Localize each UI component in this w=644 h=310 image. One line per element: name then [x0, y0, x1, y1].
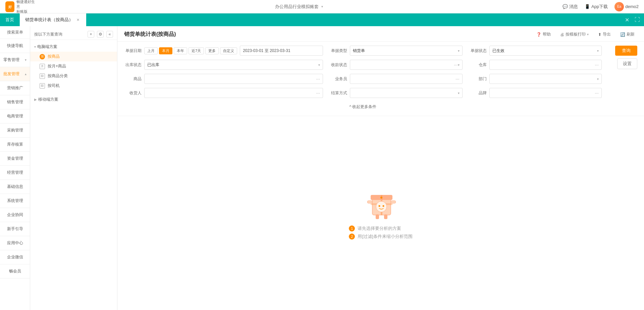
sidebar-item-inventory[interactable]: 库存核算: [0, 138, 30, 152]
tab-home[interactable]: 首页: [0, 13, 20, 26]
mobile-scheme-group-header[interactable]: ▶ 移动端方案: [30, 95, 117, 104]
product-dots: ···: [316, 76, 320, 82]
tab-report-label: 销货单统计表（按商品）: [25, 17, 73, 23]
sidebar-item-marketing[interactable]: 营销推广: [0, 81, 30, 95]
sidebar-item-search-menu[interactable]: 搜索菜单: [0, 26, 30, 39]
brand-label: 品牌: [469, 90, 489, 96]
sidebar-item-retail-mgmt[interactable]: 零售管理 ▾: [0, 53, 30, 67]
salesperson-control[interactable]: ···: [350, 74, 462, 84]
payment-status-control[interactable]: ··· ▾: [350, 60, 462, 70]
doc-status-control[interactable]: 已生效 ▾: [489, 46, 602, 56]
doc-type-control[interactable]: 销货单 ▾: [350, 46, 462, 56]
date-range-input[interactable]: 2023-03-01 至 2023-03-31: [240, 46, 323, 56]
print-template-btn[interactable]: 🖨 按模板打印 ▾: [557, 30, 591, 39]
pc-scheme-group: ▾ 电脑端方案 按 按商品 月 按月+商品 囧 按商品分类: [30, 40, 117, 93]
product-control[interactable]: ···: [144, 74, 323, 84]
sidebar-item-basic-info[interactable]: 基础信息: [0, 180, 30, 194]
sidebar-item-ecommerce-mgmt[interactable]: 电商管理: [0, 109, 30, 123]
warehouse-control[interactable]: ···: [489, 60, 602, 70]
svg-point-7: [379, 205, 380, 207]
message-icon: 💬: [562, 4, 568, 9]
pc-scheme-group-header[interactable]: ▾ 电脑端方案: [30, 42, 117, 52]
scheme-by-product-category-icon: 囧: [40, 73, 45, 79]
main-layout: 搜索菜单 快捷导航 零售管理 ▾ 批发管理 ▴ 营销推广 销售管理 电商管理 采…: [0, 26, 644, 310]
sidebar-item-new-guide[interactable]: 新手引导: [0, 222, 30, 236]
wholesale-mgmt-arrow: ▴: [25, 72, 26, 76]
sidebar-item-sales-mgmt[interactable]: 销售管理: [0, 95, 30, 109]
help-icon: ❓: [536, 32, 541, 37]
sidebar-item-member[interactable]: 畅会员: [0, 264, 30, 278]
sidebar-item-enterprise-wechat[interactable]: 企业微信: [0, 250, 30, 264]
tab-close-btn[interactable]: ✕: [624, 15, 631, 24]
date-btn-last-month[interactable]: 上月: [144, 47, 158, 54]
department-control[interactable]: ▾: [489, 74, 602, 84]
download-icon: 📱: [585, 4, 590, 9]
date-btn-this-month[interactable]: 本月: [159, 47, 172, 54]
product-field: 商品 ···: [124, 74, 323, 84]
consignee-control[interactable]: ···: [144, 88, 323, 98]
svg-point-6: [376, 201, 387, 212]
department-field: 部门 ▾: [469, 74, 602, 84]
settings-btn[interactable]: 设置: [617, 58, 637, 69]
scheme-settings-btn[interactable]: ⚙: [97, 31, 104, 38]
app-download-btn[interactable]: 📱 App下载: [585, 4, 608, 10]
doc-type-label: 单据类型: [330, 48, 350, 54]
collapse-btn[interactable]: ^ 收起更多条件: [124, 102, 602, 112]
svg-text:好: 好: [8, 5, 12, 9]
sidebar-item-wholesale-mgmt[interactable]: 批发管理 ▴: [0, 67, 30, 81]
sidebar-item-finance-mgmt[interactable]: 资金管理: [0, 152, 30, 166]
brand-control[interactable]: ···: [489, 88, 602, 98]
scheme-collapse-btn[interactable]: «: [106, 31, 113, 38]
hint-text-2: 用[过滤]条件来缩小分析范围: [358, 234, 412, 240]
date-filter-field: 单据日期 上月 本月 本年 近7天 更多 自定义: [124, 46, 323, 56]
sidebar-item-purchase-mgmt[interactable]: 采购管理: [0, 123, 30, 138]
date-btn-last-7days[interactable]: 近7天: [189, 47, 204, 54]
date-btn-custom[interactable]: 自定义: [220, 47, 237, 54]
scheme-by-product[interactable]: 按 按商品: [30, 52, 117, 61]
refresh-btn[interactable]: 🔄 刷新: [618, 30, 637, 39]
scheme-by-product-category[interactable]: 囧 按商品分类: [30, 71, 117, 81]
out-status-value: 已出库: [147, 62, 318, 68]
query-btn[interactable]: 查询: [615, 46, 637, 56]
out-status-arrow: ▾: [318, 63, 320, 67]
scheme-by-month-product[interactable]: 月 按月+商品: [30, 61, 117, 71]
tab-report-close[interactable]: ✕: [75, 17, 80, 22]
date-btn-more[interactable]: 更多: [205, 47, 219, 54]
workspace-dropdown-icon[interactable]: ▾: [321, 5, 323, 8]
scheme-by-customer-label: 按司机: [48, 83, 60, 89]
mobile-scheme-group-label: 移动端方案: [38, 97, 58, 102]
print-dropdown-icon: ▾: [587, 33, 589, 36]
query-btn-area: 查询 设置: [608, 42, 644, 116]
refresh-label: 刷新: [627, 32, 635, 37]
hint-num-2: 2: [349, 234, 355, 240]
filter-row-3: 商品 ··· 业务员 ···: [124, 74, 602, 84]
user-area[interactable]: Ea demo2: [614, 2, 639, 11]
filter-area: 单据日期 上月 本月 本年 近7天 更多 自定义: [117, 42, 608, 116]
tab-report[interactable]: 销货单统计表（按商品） ✕: [20, 13, 86, 26]
settlement-label: 结算方式: [330, 90, 350, 96]
sidebar-item-app-center[interactable]: 应用中心: [0, 236, 30, 250]
sidebar-item-quick-nav[interactable]: 快捷导航: [0, 39, 30, 53]
help-btn[interactable]: ❓ 帮助: [534, 30, 553, 39]
settlement-control[interactable]: ▾: [350, 88, 462, 98]
tab-expand-btn[interactable]: ⛶: [633, 15, 641, 24]
export-btn[interactable]: ⬆ 导出: [595, 30, 613, 39]
out-status-control[interactable]: 已出库 ▾: [144, 60, 323, 70]
salesperson-dots: ···: [455, 76, 460, 82]
sidebar-item-operations-mgmt[interactable]: 经营管理: [0, 166, 30, 180]
sidebar-item-enterprise-coop[interactable]: 企业协同: [0, 208, 30, 222]
print-label: 按模板打印: [566, 32, 586, 37]
date-btn-this-year[interactable]: 本年: [174, 47, 187, 54]
content-area: 按以下方案查询 + ⚙ « ▾ 电脑端方案 按 按商品 月: [30, 26, 644, 310]
retail-mgmt-arrow: ▾: [25, 58, 26, 62]
doc-status-field: 单据状态 已生效 ▾: [469, 46, 602, 56]
header-workspace[interactable]: 办公用品行业模拟账套 ▾: [36, 4, 562, 10]
scheme-add-btn[interactable]: +: [88, 31, 94, 38]
warehouse-field: 仓库 ···: [469, 60, 602, 70]
export-label: 导出: [603, 32, 611, 37]
sidebar-item-system-mgmt[interactable]: 系统管理: [0, 194, 30, 208]
avatar: Ea: [614, 2, 624, 11]
message-btn[interactable]: 💬 消息: [562, 4, 578, 10]
doc-type-field: 单据类型 销货单 ▾: [330, 46, 462, 56]
scheme-by-customer[interactable]: 囧 按司机: [30, 81, 117, 91]
